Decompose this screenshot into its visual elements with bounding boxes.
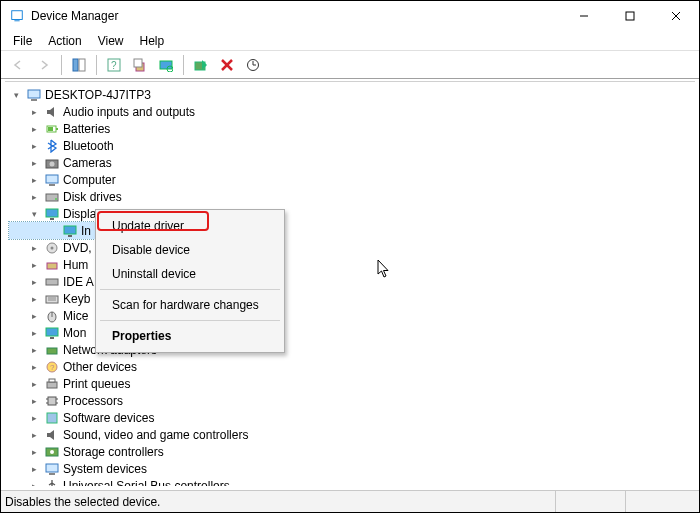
expand-icon[interactable]: ▸ xyxy=(27,462,41,476)
status-bar: Disables the selected device. xyxy=(1,490,699,512)
expand-icon[interactable]: ▸ xyxy=(27,411,41,425)
enable-device-button[interactable] xyxy=(190,54,212,76)
expand-icon[interactable]: ▸ xyxy=(27,377,41,391)
ctx-uninstall-device[interactable]: Uninstall device xyxy=(98,262,282,286)
tree-item-batteries[interactable]: ▸Batteries xyxy=(9,120,691,137)
tree-item-other[interactable]: ▸?Other devices xyxy=(9,358,691,375)
system-icon xyxy=(44,461,60,477)
uninstall-button[interactable] xyxy=(216,54,238,76)
expand-icon[interactable]: ▸ xyxy=(27,105,41,119)
tree-item-storage[interactable]: ▸Storage controllers xyxy=(9,443,691,460)
svg-rect-29 xyxy=(46,209,58,217)
expand-icon[interactable]: ▸ xyxy=(27,122,41,136)
svg-rect-36 xyxy=(46,279,58,285)
collapse-icon[interactable]: ▾ xyxy=(27,207,41,221)
expand-icon[interactable]: ▸ xyxy=(27,360,41,374)
ctx-properties[interactable]: Properties xyxy=(98,324,282,348)
expand-icon[interactable]: ▸ xyxy=(27,241,41,255)
minimize-button[interactable] xyxy=(561,1,607,31)
svg-rect-6 xyxy=(73,59,78,71)
tree-item-bluetooth[interactable]: ▸Bluetooth xyxy=(9,137,691,154)
tree-item-label: Mice xyxy=(63,309,88,323)
status-cell xyxy=(625,491,695,512)
expand-icon[interactable]: ▸ xyxy=(27,479,41,487)
svg-text:?: ? xyxy=(111,60,117,71)
ctx-update-driver[interactable]: Update driver xyxy=(98,214,282,238)
close-button[interactable] xyxy=(653,1,699,31)
tree-item-intel[interactable]: In xyxy=(9,222,99,239)
mouse-icon xyxy=(44,308,60,324)
ctx-scan-hardware[interactable]: Scan for hardware changes xyxy=(98,293,282,317)
menu-view[interactable]: View xyxy=(90,32,132,50)
svg-point-56 xyxy=(50,450,54,454)
dvd-icon xyxy=(44,240,60,256)
tree-item-label: Universal Serial Bus controllers xyxy=(63,479,230,487)
svg-rect-21 xyxy=(56,128,58,130)
status-cell xyxy=(555,491,625,512)
tree-item-label: Sound, video and game controllers xyxy=(63,428,248,442)
maximize-button[interactable] xyxy=(607,1,653,31)
title-bar: Device Manager xyxy=(1,1,699,31)
update-driver-button[interactable] xyxy=(242,54,264,76)
printer-icon xyxy=(44,376,60,392)
tree-item-audio[interactable]: ▸Audio inputs and outputs xyxy=(9,103,691,120)
expand-icon[interactable]: ▸ xyxy=(27,156,41,170)
sound-icon xyxy=(44,427,60,443)
tree-item-usb[interactable]: ▸Universal Serial Bus controllers xyxy=(9,477,691,486)
expand-icon[interactable]: ▸ xyxy=(27,139,41,153)
display-icon xyxy=(62,223,78,239)
collapse-icon[interactable]: ▾ xyxy=(9,88,23,102)
tree-item-computer[interactable]: ▸Computer xyxy=(9,171,691,188)
toolbar-separator xyxy=(183,55,184,75)
status-text: Disables the selected device. xyxy=(5,495,555,509)
scan-hardware-button[interactable] xyxy=(155,54,177,76)
show-hide-tree-button[interactable] xyxy=(68,54,90,76)
camera-icon xyxy=(44,155,60,171)
tree-item-disk[interactable]: ▸Disk drives xyxy=(9,188,691,205)
forward-button[interactable] xyxy=(33,54,55,76)
svg-rect-22 xyxy=(48,127,53,131)
svg-rect-11 xyxy=(134,59,142,67)
tree-item-label: IDE A xyxy=(63,275,94,289)
tree-item-sound[interactable]: ▸Sound, video and game controllers xyxy=(9,426,691,443)
tree-item-cameras[interactable]: ▸Cameras xyxy=(9,154,691,171)
menu-file[interactable]: File xyxy=(5,32,40,50)
expand-icon[interactable]: ▸ xyxy=(27,292,41,306)
context-menu: Update driver Disable device Uninstall d… xyxy=(95,209,285,353)
tree-item-label: Print queues xyxy=(63,377,130,391)
tree-item-print[interactable]: ▸Print queues xyxy=(9,375,691,392)
ctx-disable-device[interactable]: Disable device xyxy=(98,238,282,262)
expand-icon[interactable]: ▸ xyxy=(27,343,41,357)
tree-item-label: Cameras xyxy=(63,156,112,170)
tree-item-system[interactable]: ▸System devices xyxy=(9,460,691,477)
tree-item-label: Batteries xyxy=(63,122,110,136)
expand-icon[interactable]: ▸ xyxy=(27,309,41,323)
svg-rect-54 xyxy=(47,413,57,423)
audio-icon xyxy=(44,104,60,120)
cpu-icon xyxy=(44,393,60,409)
tree-item-label: Computer xyxy=(63,173,116,187)
expand-icon[interactable]: ▸ xyxy=(27,428,41,442)
other-icon: ? xyxy=(44,359,60,375)
window-controls xyxy=(561,1,699,31)
computer-icon xyxy=(44,172,60,188)
expand-icon[interactable]: ▸ xyxy=(27,190,41,204)
tree-item-label: Other devices xyxy=(63,360,137,374)
expand-icon[interactable]: ▸ xyxy=(27,394,41,408)
tree-item-processors[interactable]: ▸Processors xyxy=(9,392,691,409)
network-icon xyxy=(44,342,60,358)
ctx-separator xyxy=(100,320,280,321)
menu-action[interactable]: Action xyxy=(40,32,89,50)
menu-help[interactable]: Help xyxy=(132,32,173,50)
svg-rect-0 xyxy=(12,11,23,20)
tree-item-software[interactable]: ▸Software devices xyxy=(9,409,691,426)
properties-button[interactable] xyxy=(129,54,151,76)
back-button[interactable] xyxy=(7,54,29,76)
tree-root[interactable]: ▾ DESKTOP-4J7ITP3 xyxy=(9,86,691,103)
expand-icon[interactable]: ▸ xyxy=(27,445,41,459)
expand-icon[interactable]: ▸ xyxy=(27,326,41,340)
help-button[interactable]: ? xyxy=(103,54,125,76)
expand-icon[interactable]: ▸ xyxy=(27,275,41,289)
expand-icon[interactable]: ▸ xyxy=(27,173,41,187)
expand-icon[interactable]: ▸ xyxy=(27,258,41,272)
